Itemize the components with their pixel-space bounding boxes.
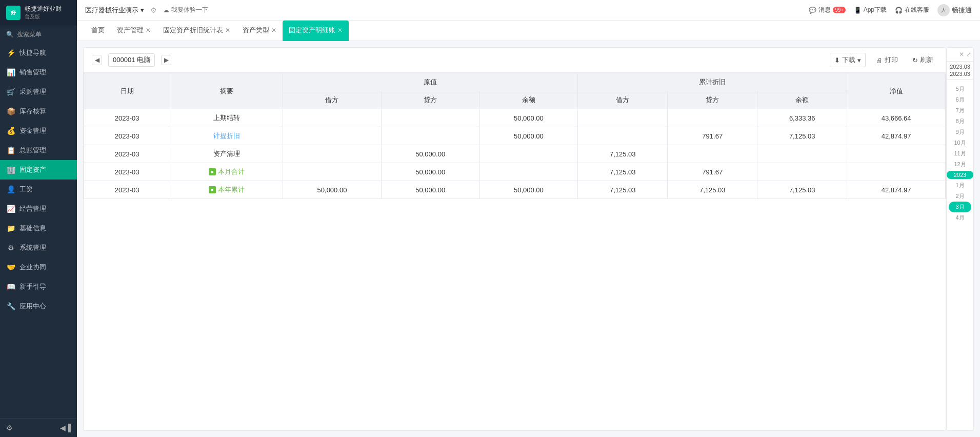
sidebar-item-purchase[interactable]: 🛒 采购管理: [0, 82, 77, 102]
refresh-button[interactable]: ↻ 刷新: [908, 53, 937, 67]
refresh-label: 刷新: [920, 55, 933, 65]
cell-desc: 资产清理: [170, 145, 283, 163]
sidebar-item-management[interactable]: 📈 经营管理: [0, 199, 77, 218]
tab-close-icon[interactable]: ✕: [337, 27, 343, 34]
sidebar-item-label: 采购管理: [19, 87, 46, 96]
cloud-icon: ☁: [163, 7, 169, 14]
cell-date: 2023-03: [84, 109, 170, 127]
company-selector[interactable]: 医疗器械行业演示 ▾: [85, 6, 144, 15]
finance-icon: 💰: [6, 127, 15, 135]
fixed-assets-icon: 🏢: [6, 166, 15, 174]
expand-panel-icon[interactable]: ⤢: [966, 51, 971, 58]
cell-ljzj_ye: 7,125.03: [757, 127, 847, 145]
sidebar-item-label: 固定资产: [19, 165, 46, 174]
user-menu[interactable]: 人 畅捷通: [937, 4, 972, 16]
sidebar-item-collab[interactable]: 🤝 企业协同: [0, 257, 77, 277]
online-service-button[interactable]: 🎧 在线客服: [895, 6, 929, 14]
settings-button[interactable]: ⚙: [6, 424, 13, 432]
cell-yuanzhi_jf: [283, 109, 382, 127]
timeline-month[interactable]: 5月: [947, 84, 973, 94]
cell-yuanzhi_df: 50,000.00: [381, 181, 479, 199]
purchase-icon: 🛒: [6, 88, 15, 96]
message-label: 消息: [818, 6, 831, 14]
sidebar-item-guide[interactable]: 📖 新手引导: [0, 277, 77, 296]
collab-icon: 🤝: [6, 263, 15, 271]
salary-icon: 👤: [6, 185, 15, 193]
sidebar-item-sales[interactable]: 📊 销售管理: [0, 63, 77, 82]
cell-desc[interactable]: 计提折旧: [170, 127, 283, 145]
topbar: 医疗器械行业演示 ▾ ⚙ ☁ 我要体验一下 💬 消息 99+ 📱 App下载 🎧…: [77, 0, 980, 21]
management-icon: 📈: [6, 205, 15, 213]
cell-date: 2023-03: [84, 145, 170, 163]
timeline-month[interactable]: 9月: [947, 127, 973, 137]
user-name: 畅捷通: [952, 6, 972, 15]
sidebar-item-ledger[interactable]: 📋 总账管理: [0, 141, 77, 160]
tab-depreciation-stats[interactable]: 固定资产折旧统计表 ✕: [157, 21, 236, 41]
timeline-month[interactable]: 3月: [949, 202, 971, 212]
sidebar-item-salary[interactable]: 👤 工资: [0, 180, 77, 199]
close-panel-icon[interactable]: ✕: [959, 51, 964, 58]
timeline-month[interactable]: 11月: [947, 148, 973, 159]
timeline-month[interactable]: 12月: [947, 159, 973, 170]
timeline-month[interactable]: 7月: [947, 105, 973, 116]
sidebar-item-basic-info[interactable]: 📁 基础信息: [0, 218, 77, 238]
download-button[interactable]: ⬇ 下载 ▾: [830, 53, 866, 67]
cell-yuanzhi_df: [381, 127, 479, 145]
sidebar-item-finance[interactable]: 💰 资金管理: [0, 121, 77, 141]
cell-yuanzhi_jf: 50,000.00: [283, 181, 382, 199]
sidebar-item-system[interactable]: ⚙ 系统管理: [0, 238, 77, 257]
sidebar-item-inventory[interactable]: 📦 库存核算: [0, 102, 77, 121]
timeline-month[interactable]: 2月: [947, 191, 973, 202]
sidebar-item-quicknav[interactable]: ⚡ 快捷导航: [0, 43, 77, 63]
cell-jingzhi: [847, 145, 946, 163]
cell-ljzj_df: [668, 145, 757, 163]
tab-asset-mgmt[interactable]: 资产管理 ✕: [111, 21, 157, 41]
prev-asset-button[interactable]: ◀: [92, 55, 102, 65]
tab-fixed-asset-detail[interactable]: 固定资产明细账 ✕: [283, 21, 349, 41]
mobile-icon: 📱: [854, 7, 862, 14]
tab-close-icon[interactable]: ✕: [271, 27, 276, 34]
sidebar-item-label: 应用中心: [19, 302, 46, 311]
cell-ljzj_jf: [578, 127, 668, 145]
message-button[interactable]: 💬 消息 99+: [809, 6, 845, 14]
timeline-month[interactable]: 4月: [947, 212, 973, 223]
cell-yuanzhi_ye: 50,000.00: [479, 109, 578, 127]
timeline-month[interactable]: 1月: [947, 180, 973, 191]
timeline-month[interactable]: 10月: [947, 137, 973, 148]
app-download-button[interactable]: 📱 App下载: [854, 6, 887, 14]
col-yz-ye: 余额: [479, 91, 578, 109]
message-badge: 99+: [833, 7, 845, 13]
timeline-panel: ✕ ⤢ 2023.03 2023.03 5月6月7月8月9月10月11月12月2…: [946, 47, 974, 431]
print-button[interactable]: 🖨 打印: [872, 53, 902, 67]
sidebar-item-appcenter[interactable]: 🔧 应用中心: [0, 296, 77, 316]
timeline-month[interactable]: 8月: [947, 116, 973, 127]
tabs-bar: 首页 资产管理 ✕ 固定资产折旧统计表 ✕ 资产类型 ✕ 固定资产明细账 ✕: [77, 21, 980, 41]
tab-home[interactable]: 首页: [85, 21, 111, 41]
app-logo: 好: [6, 6, 21, 20]
tab-asset-type[interactable]: 资产类型 ✕: [236, 21, 283, 41]
next-asset-button[interactable]: ▶: [161, 55, 171, 65]
cell-ljzj_df: 7,125.03: [668, 181, 757, 199]
cell-yuanzhi_df: [381, 109, 479, 127]
collapse-button[interactable]: ◀▐: [60, 424, 71, 432]
tab-close-icon[interactable]: ✕: [146, 27, 151, 34]
cell-yuanzhi_ye: 50,000.00: [479, 127, 578, 145]
timeline-month[interactable]: 6月: [947, 94, 973, 105]
experience-btn[interactable]: ☁ 我要体验一下: [163, 6, 208, 14]
app-title: 畅捷通好业财: [25, 5, 62, 13]
cell-yuanzhi_df: 50,000.00: [381, 163, 479, 181]
app-edition: 普及版: [25, 13, 62, 21]
tab-close-icon[interactable]: ✕: [225, 27, 230, 34]
cell-ljzj_ye: [757, 163, 847, 181]
data-table-wrap: 日期 摘要 原值 累计折旧 净值 借方 贷方 余额 借方 贷方 余额: [84, 73, 946, 430]
sidebar-item-label: 工资: [19, 185, 33, 194]
cell-jingzhi: 43,666.64: [847, 109, 946, 127]
cell-yuanzhi_jf: [283, 163, 382, 181]
cell-jingzhi: 42,874.97: [847, 181, 946, 199]
sidebar-item-fixed-assets[interactable]: 🏢 固定资产: [0, 160, 77, 180]
sidebar-item-label: 企业协同: [19, 263, 46, 272]
sidebar-search[interactable]: 🔍 搜索菜单: [0, 26, 77, 43]
cell-date: 2023-03: [84, 181, 170, 199]
settings-icon[interactable]: ⚙: [150, 6, 157, 14]
main-panel: ◀ 000001 电脑 ▶ ⬇ 下载 ▾ 🖨 打印 ↻ 刷新: [83, 47, 946, 431]
